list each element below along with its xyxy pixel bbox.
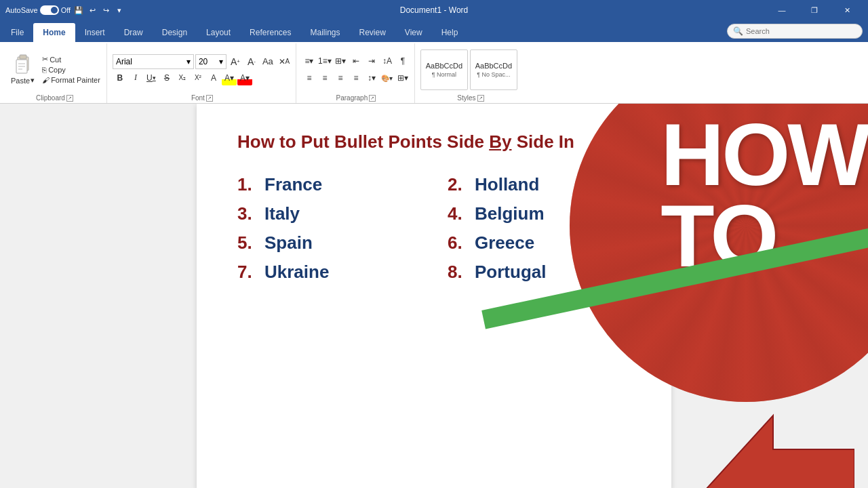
tab-draw[interactable]: Draw <box>115 23 153 42</box>
redo-icon[interactable]: ↪ <box>100 5 111 16</box>
text-effects-button[interactable]: A <box>206 70 221 85</box>
paragraph-group-label: Paragraph ↗ <box>302 93 410 103</box>
align-center-button[interactable]: ≡ <box>317 70 332 85</box>
italic-button[interactable]: I <box>128 70 143 85</box>
sort-button[interactable]: ↕A <box>380 54 395 68</box>
shading-button[interactable]: 🎨▾ <box>380 70 395 85</box>
item-number: 4. <box>448 203 475 224</box>
item-text: Holland <box>475 174 539 195</box>
justify-button[interactable]: ≡ <box>349 70 363 85</box>
item-number: 7. <box>237 262 264 283</box>
multilevel-list-button[interactable]: ⊞▾ <box>333 54 348 68</box>
paragraph-group: ≡▾ 1≡▾ ⊞▾ ⇤ ⇥ ↕A ¶ ≡ ≡ ≡ ≡ ↕▾ 🎨▾ <box>298 43 415 103</box>
tab-design[interactable]: Design <box>153 23 197 42</box>
search-icon: 🔍 <box>733 26 743 36</box>
list-right-column: 2. Holland 4. Belgium 6. Greece 8. Portu… <box>448 174 631 291</box>
strikethrough-button[interactable]: S <box>159 70 174 85</box>
tab-layout[interactable]: Layout <box>197 23 240 42</box>
tab-file[interactable]: File <box>1 23 33 42</box>
close-button[interactable]: ✕ <box>831 0 863 20</box>
item-number: 5. <box>237 232 264 253</box>
item-text: France <box>264 174 322 195</box>
show-formatting-button[interactable]: ¶ <box>395 54 410 68</box>
superscript-button[interactable]: X² <box>191 70 205 85</box>
styles-area: AaBbCcDd ¶ Normal AaBbCcDd ¶ No Spac... <box>420 49 517 90</box>
maximize-button[interactable]: ❐ <box>799 0 830 20</box>
decrease-indent-button[interactable]: ⇤ <box>349 54 363 68</box>
tab-help[interactable]: Help <box>432 23 468 42</box>
more-qs-icon[interactable]: ▾ <box>114 5 125 16</box>
numbered-list-button[interactable]: 1≡▾ <box>317 54 332 68</box>
paste-label: Paste ▾ <box>11 76 35 85</box>
align-right-button[interactable]: ≡ <box>333 70 348 85</box>
list-item: 6. Greece <box>448 232 631 253</box>
cut-icon: ✂ <box>42 55 48 64</box>
cut-button[interactable]: ✂ Cut <box>40 54 102 64</box>
tab-home[interactable]: Home <box>33 23 75 42</box>
item-number: 1. <box>237 174 264 195</box>
style-no-spacing[interactable]: AaBbCcDd ¶ No Spac... <box>470 49 517 90</box>
document-heading: How to Put Bullet Points Side By Side In <box>237 131 631 154</box>
format-painter-icon: 🖌 <box>42 76 50 84</box>
document-page[interactable]: How to Put Bullet Points Side By Side In… <box>197 104 671 488</box>
search-input[interactable] <box>746 27 856 35</box>
autosave-badge: AutoSave Off <box>5 5 71 15</box>
format-painter-button[interactable]: 🖌 Format Painter <box>40 75 102 85</box>
line-spacing-button[interactable]: ↕▾ <box>364 70 379 85</box>
paste-dropdown-icon[interactable]: ▾ <box>31 76 35 85</box>
to-text: TO <box>660 192 868 280</box>
list-item: 3. Italy <box>237 203 420 224</box>
font-color-button[interactable]: A▾ <box>237 70 252 85</box>
document-area: How to Put Bullet Points Side By Side In… <box>0 104 868 488</box>
increase-indent-button[interactable]: ⇥ <box>364 54 379 68</box>
font-size-selector[interactable]: 20 ▾ <box>195 54 226 69</box>
font-format-row: B I U▾ S X₂ X² A A▾ A▾ <box>113 70 292 85</box>
clear-formatting-button[interactable]: ✕A <box>277 54 292 69</box>
search-bar[interactable]: 🔍 <box>727 24 863 39</box>
underline-button[interactable]: U▾ <box>144 70 159 85</box>
tab-references[interactable]: References <box>240 23 300 42</box>
font-size-increase-button[interactable]: A+ <box>228 54 243 69</box>
item-number: 3. <box>237 203 264 224</box>
item-text: Portugal <box>475 262 546 283</box>
subscript-button[interactable]: X₂ <box>175 70 190 85</box>
autosave-label: AutoSave <box>5 6 38 14</box>
bullets-button[interactable]: ≡▾ <box>302 54 317 68</box>
autosave-toggle[interactable] <box>40 5 59 15</box>
font-expand-icon[interactable]: ↗ <box>206 95 213 102</box>
clipboard-expand-icon[interactable]: ↗ <box>66 95 73 102</box>
clipboard-secondary: ✂ Cut ⎘ Copy 🖌 Format Painter <box>40 54 102 85</box>
autosave-state: Off <box>61 6 71 14</box>
tab-insert[interactable]: Insert <box>75 23 115 42</box>
paragraph-expand-icon[interactable]: ↗ <box>369 95 376 102</box>
font-family-dropdown-icon: ▾ <box>186 57 191 66</box>
text-highlight-button[interactable]: A▾ <box>222 70 237 85</box>
paste-button[interactable]: Paste ▾ <box>7 52 39 87</box>
para-list-row: ≡▾ 1≡▾ ⊞▾ ⇤ ⇥ ↕A ¶ <box>302 54 410 68</box>
style-normal-name: ¶ Normal <box>432 71 456 78</box>
list-item: 4. Belgium <box>448 203 631 224</box>
svg-marker-6 <box>705 415 854 488</box>
copy-button[interactable]: ⎘ Copy <box>40 65 102 75</box>
align-left-button[interactable]: ≡ <box>302 70 317 85</box>
font-group: Arial ▾ 20 ▾ A+ A- Aa ✕A B <box>108 43 296 103</box>
font-family-selector[interactable]: Arial ▾ <box>113 54 194 69</box>
minimize-button[interactable]: — <box>766 0 797 20</box>
save-icon[interactable]: 💾 <box>73 5 84 16</box>
list-item: 8. Portugal <box>448 262 631 283</box>
font-selector-row: Arial ▾ 20 ▾ A+ A- Aa ✕A <box>113 54 292 69</box>
list-item: 2. Holland <box>448 174 631 195</box>
style-normal[interactable]: AaBbCcDd ¶ Normal <box>420 49 468 90</box>
columns-container: 1. France 3. Italy 5. Spain 7. Ukraine <box>237 174 631 291</box>
style-normal-preview: AaBbCcDd <box>426 62 462 70</box>
tab-view[interactable]: View <box>395 23 432 42</box>
tab-mailings[interactable]: Mailings <box>300 23 349 42</box>
tab-review[interactable]: Review <box>350 23 395 42</box>
bold-button[interactable]: B <box>113 70 127 85</box>
change-case-button[interactable]: Aa <box>260 54 275 69</box>
styles-expand-icon[interactable]: ↗ <box>477 95 484 102</box>
font-size-decrease-button[interactable]: A- <box>244 54 259 69</box>
item-text: Italy <box>264 203 300 224</box>
borders-button[interactable]: ⊞▾ <box>395 70 410 85</box>
undo-icon[interactable]: ↩ <box>87 5 98 16</box>
